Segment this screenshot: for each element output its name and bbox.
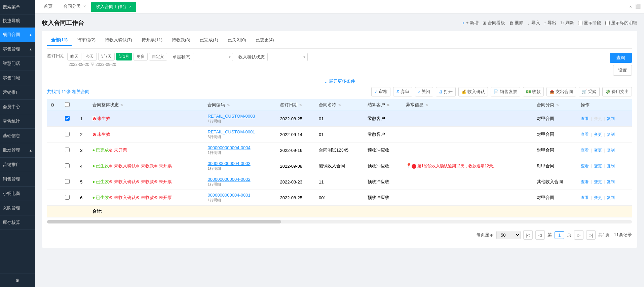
- show-stage-checkbox[interactable]: 显示阶段: [578, 20, 601, 26]
- doc-status-select[interactable]: [193, 53, 233, 61]
- status-tab-pending_income_confirm[interactable]: 待收入确认(7): [101, 35, 136, 46]
- page-prev-btn[interactable]: ◁: [535, 230, 545, 240]
- contract-code-link[interactable]: 0000000000004-0002: [207, 177, 273, 182]
- row-checkbox[interactable]: [65, 148, 70, 152]
- page-last-btn[interactable]: ▷|: [586, 230, 596, 240]
- sidebar-item-sales[interactable]: 营销推广: [0, 158, 35, 172]
- contract-code-link[interactable]: 0000000000004-0001: [207, 193, 273, 198]
- action-btn-close[interactable]: ×关闭: [415, 87, 433, 96]
- sidebar-item-xiaochangec[interactable]: 小畅电商: [0, 187, 35, 201]
- th-sign-date[interactable]: 签订日期 ⇅: [277, 99, 316, 111]
- action-btn-receipt[interactable]: 💵收款: [523, 87, 544, 96]
- action-btn-expense_out[interactable]: 📤支出合同: [546, 87, 576, 96]
- row-checkbox[interactable]: [65, 116, 70, 121]
- kanban-button[interactable]: ⊞ 合同看板: [483, 20, 505, 26]
- sidebar-item-project[interactable]: 项目合同▲: [0, 28, 35, 42]
- th-contract-type[interactable]: 合同分类 ⇅: [533, 99, 577, 111]
- th-settle-customer[interactable]: 结算客户 ⇅: [364, 99, 403, 111]
- income-confirm-select[interactable]: [267, 53, 308, 61]
- action-btn-cost_out[interactable]: 💸费用支出: [602, 87, 632, 96]
- status-tab-pending_audit[interactable]: 待审核(2): [73, 35, 100, 46]
- sidebar-item-purchase[interactable]: 采购管理: [0, 201, 35, 215]
- view-link[interactable]: 查看: [581, 148, 589, 153]
- view-link[interactable]: 查看: [581, 164, 589, 168]
- sidebar-item-inventory[interactable]: 库存核算: [0, 215, 35, 230]
- tab-income-workbench[interactable]: 收入合同工作台 ×: [91, 2, 136, 12]
- action-btn-abandon[interactable]: ✗弃审: [393, 87, 412, 96]
- edit-link[interactable]: 变更: [594, 195, 602, 200]
- th-settings[interactable]: ⚙: [47, 99, 62, 111]
- action-btn-sales_invoice[interactable]: 📄销售发票: [491, 87, 520, 96]
- page-current[interactable]: 1: [555, 231, 564, 239]
- edit-link[interactable]: 变更: [594, 164, 602, 168]
- copy-link[interactable]: 复制: [607, 164, 615, 168]
- edit-link[interactable]: 变更: [594, 132, 602, 137]
- import-button[interactable]: ↓ 导入: [528, 20, 540, 26]
- tab-income-workbench-close[interactable]: ×: [129, 4, 132, 9]
- th-overall-status[interactable]: 合同整体状态 ⇅: [89, 99, 204, 111]
- select-all-checkbox[interactable]: [65, 102, 70, 107]
- view-link[interactable]: 查看: [581, 116, 589, 121]
- expand-filter-btn[interactable]: ⌄ 展开更多条件: [324, 78, 355, 84]
- last7days-btn[interactable]: 近7天: [98, 53, 115, 60]
- sidebar-quick-nav[interactable]: 快捷导航: [0, 14, 35, 28]
- more-btn[interactable]: 更多: [134, 53, 148, 60]
- delete-button[interactable]: 🗑 删除: [509, 20, 524, 26]
- contract-code-link[interactable]: 0000000000004-0004: [207, 145, 273, 150]
- contract-code-link[interactable]: 0000000000004-0003: [207, 161, 273, 166]
- status-tab-pending_invoice[interactable]: 待开票(11): [138, 35, 166, 46]
- page-first-btn[interactable]: |◁: [523, 230, 533, 240]
- row-checkbox[interactable]: [65, 195, 70, 200]
- copy-link[interactable]: 复制: [607, 132, 615, 137]
- refresh-button[interactable]: ↻ 刷新: [560, 20, 574, 26]
- page-next-btn[interactable]: ▷: [574, 230, 583, 240]
- copy-link[interactable]: 复制: [607, 179, 615, 184]
- export-button[interactable]: ↑ 导出: [544, 20, 557, 26]
- sidebar-item-smart_store[interactable]: 智慧门店: [0, 56, 35, 71]
- copy-link[interactable]: 复制: [607, 148, 615, 153]
- row-checkbox[interactable]: [65, 179, 70, 184]
- row-checkbox[interactable]: [65, 132, 70, 136]
- status-tab-closed[interactable]: 已关闭(0): [224, 35, 250, 46]
- sidebar-settings-btn[interactable]: ⚙: [0, 274, 35, 287]
- edit-link[interactable]: 变更: [594, 148, 602, 153]
- edit-link[interactable]: 变更: [594, 179, 602, 184]
- copy-link[interactable]: 复制: [607, 116, 615, 121]
- view-link[interactable]: 查看: [581, 179, 589, 184]
- copy-link[interactable]: 复制: [607, 195, 615, 200]
- view-link[interactable]: 查看: [581, 132, 589, 137]
- status-tab-pending_receipt[interactable]: 待收款(8): [168, 35, 194, 46]
- sidebar-item-retail_mall[interactable]: 零售商城: [0, 71, 35, 85]
- sidebar-item-sales_mgmt[interactable]: 销售管理: [0, 172, 35, 187]
- action-btn-purchase[interactable]: 🛒采购: [579, 87, 600, 96]
- th-error-info[interactable]: 异常信息 ⇅: [403, 99, 533, 111]
- row-checkbox[interactable]: [65, 163, 70, 168]
- action-btn-income_confirm[interactable]: 💰收入确认: [458, 87, 488, 96]
- status-tab-changed[interactable]: 已变更(4): [252, 35, 278, 46]
- sidebar-item-retail_stat[interactable]: 零售统计: [0, 114, 35, 129]
- tab-contract-category[interactable]: 合同分类 ×: [58, 1, 91, 13]
- sidebar-item-member[interactable]: 会员中心: [0, 100, 35, 114]
- sidebar-item-marketing[interactable]: 营销推广: [0, 85, 35, 100]
- contract-code-link[interactable]: RETAIL_CUSTOM-0001: [207, 129, 273, 134]
- add-button[interactable]: + + 新增: [462, 20, 479, 26]
- sidebar-item-retail[interactable]: 零售管理▲: [0, 42, 35, 56]
- table-scroll-container[interactable]: ⚙ 合同整体状态 ⇅ 合同编码 ⇅ 签订日期 ⇅ 合同名称 ⇅ 结算客户 ⇅ 异…: [47, 99, 632, 226]
- page-size-select[interactable]: 50 100 200: [496, 231, 521, 239]
- last1month-btn[interactable]: 近1月: [116, 53, 132, 60]
- contract-code-link[interactable]: RETAIL_CUSTOM-0003: [207, 114, 273, 119]
- show-detail-checkbox[interactable]: 显示标的明细: [605, 20, 637, 26]
- th-contract-code[interactable]: 合同编码 ⇅: [204, 99, 276, 111]
- tab-bar-close-btn[interactable]: × ⬜: [629, 4, 641, 9]
- tab-home[interactable]: 首页: [38, 1, 58, 13]
- view-link[interactable]: 查看: [581, 195, 589, 200]
- custom-btn[interactable]: 自定义: [149, 53, 167, 60]
- status-tab-completed[interactable]: 已完成(1): [196, 35, 222, 46]
- sidebar-item-wholesale[interactable]: 批发管理▲: [0, 143, 35, 158]
- today-btn[interactable]: 今天: [83, 53, 97, 60]
- action-btn-audit[interactable]: ✓审核: [371, 87, 390, 96]
- query-button[interactable]: 查询: [610, 53, 632, 63]
- action-btn-print[interactable]: 🖨打开: [436, 87, 456, 96]
- status-tab-all[interactable]: 全部(11): [47, 35, 72, 46]
- h-scroll-bar[interactable]: [47, 220, 632, 223]
